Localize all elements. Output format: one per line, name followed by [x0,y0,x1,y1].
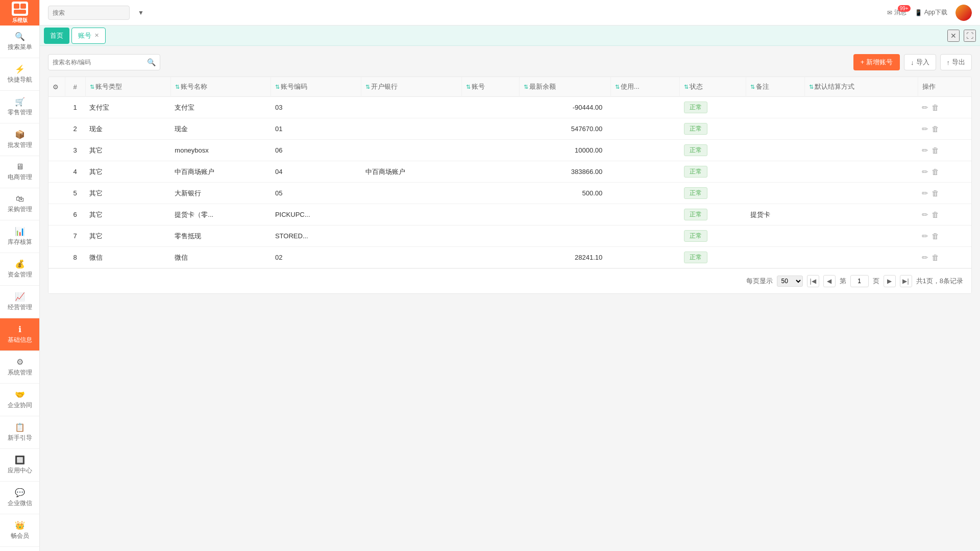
dropdown-trigger[interactable]: ▼ [138,9,144,16]
row-code: STORED... [271,226,361,247]
col-usage[interactable]: ⇅使用... [610,77,680,97]
next-page-button[interactable]: ▶ [884,275,896,287]
col-bank[interactable]: ⇅开户银行 [361,77,462,97]
sidebar-item-enterprise-wechat[interactable]: 💬 企业微信 [0,482,39,514]
toolbar-right: + 新增账号 ↓ 导入 ↑ 导出 [853,54,972,70]
delete-button[interactable]: 🗑 [932,124,939,133]
sidebar-item-inventory[interactable]: 📊 库存核算 [0,220,39,253]
row-remark [746,97,805,118]
row-num: 1 [65,97,85,118]
sidebar-item-retail-mgmt[interactable]: 🛒 零售管理 [0,91,39,123]
delete-button[interactable]: 🗑 [932,146,939,155]
tab-maximize-button[interactable]: ⛶ [964,30,976,42]
row-actions: ✏ 🗑 [918,204,971,226]
col-account[interactable]: ⇅账号 [462,77,520,97]
row-bank: 中百商场账户 [361,161,462,183]
tab-close-icon[interactable]: ✕ [94,32,99,39]
sidebar-item-enterprise-agreement[interactable]: 🤝 企业协同 [0,384,39,416]
pagination: 每页显示 50 100 200 |◀ ◀ 第 页 ▶ ▶| 共1页，8条记录 [48,268,971,293]
sidebar-item-wholesale-mgmt[interactable]: 📦 批发管理 [0,123,39,156]
tab-home[interactable]: 首页 [44,28,69,44]
row-bank [361,118,462,140]
delete-button[interactable]: 🗑 [932,210,939,219]
delete-button[interactable]: 🗑 [932,189,939,197]
delete-button[interactable]: 🗑 [932,103,939,112]
new-user-guide-icon: 📋 [2,422,37,432]
page-number-input[interactable] [850,275,869,287]
sidebar-item-basic-info[interactable]: ℹ 基础信息 [0,318,39,351]
row-num: 5 [65,183,85,204]
sidebar-item-finance-mgmt[interactable]: 💰 资金管理 [0,253,39,286]
message-icon: ✉ [887,9,892,16]
table-row: 4 其它 中百商场账户 04 中百商场账户 383866.00 正常 ✏ 🗑 [48,161,971,183]
add-account-button[interactable]: + 新增账号 [853,54,900,70]
col-num: # [65,77,85,97]
first-page-button[interactable]: |◀ [807,275,819,287]
tab-close-window-button[interactable]: ✕ [947,30,960,42]
delete-button[interactable]: 🗑 [932,167,939,176]
avatar[interactable] [955,5,972,21]
row-account [462,183,520,204]
col-gear[interactable]: ⚙ [48,77,65,97]
delete-button[interactable]: 🗑 [932,232,939,240]
edit-button[interactable]: ✏ [922,146,928,155]
message-badge: 99+ [898,5,911,12]
row-num: 8 [65,247,85,268]
prev-page-button[interactable]: ◀ [823,275,836,287]
sidebar-item-search-menu[interactable]: 🔍 搜索菜单 [0,26,39,58]
row-gear [48,161,65,183]
tab-account[interactable]: 账号 ✕ [71,28,106,44]
col-code[interactable]: ⇅账号编码 [271,77,361,97]
status-badge: 正常 [684,187,707,199]
col-default-settlement[interactable]: ⇅默认结算方式 [805,77,918,97]
table-row: 1 支付宝 支付宝 03 -90444.00 正常 ✏ 🗑 [48,97,971,118]
sidebar-item-membership[interactable]: 👑 畅会员 [0,514,39,547]
edit-button[interactable]: ✏ [922,210,928,219]
sidebar-item-quick-nav[interactable]: ⚡ 快捷导航 [0,58,39,91]
sidebar-item-purchase-mgmt[interactable]: 🛍 采购管理 [0,188,39,220]
enterprise-agreement-icon: 🤝 [2,390,37,399]
search-input[interactable] [53,59,147,66]
col-balance[interactable]: ⇅最新余额 [520,77,611,97]
delete-button[interactable]: 🗑 [932,253,939,262]
col-status[interactable]: ⇅状态 [680,77,746,97]
row-num: 4 [65,161,85,183]
import-button[interactable]: ↓ 导入 [904,54,936,70]
inventory-icon: 📊 [2,227,37,236]
status-badge: 正常 [684,166,707,178]
tab-home-label: 首页 [50,31,63,40]
top-header: ▼ ✉ 消息 99+ 📱 App下载 [40,0,980,26]
quick-nav-icon: ⚡ [2,64,37,74]
page-size-select[interactable]: 50 100 200 [777,276,803,287]
sidebar-item-ecom-mgmt[interactable]: 🖥 电商管理 [0,156,39,188]
edit-button[interactable]: ✏ [922,103,928,112]
last-page-button[interactable]: ▶| [900,275,912,287]
sidebar-item-sys-mgmt[interactable]: ⚙ 系统管理 [0,351,39,384]
message-button[interactable]: ✉ 消息 99+ [887,8,906,17]
sidebar-item-new-user-guide[interactable]: 📋 新手引导 [0,416,39,449]
row-usage [610,204,680,226]
col-remark[interactable]: ⇅备注 [746,77,805,97]
sidebar-item-app-center[interactable]: 🔲 应用中心 [0,449,39,482]
app-download-button[interactable]: 📱 App下载 [915,8,947,17]
row-type: 其它 [85,226,170,247]
sidebar: 乐橙版 🔍 搜索菜单 ⚡ 快捷导航 🛒 零售管理 📦 批发管理 🖥 电商管理 🛍… [0,0,40,551]
edit-button[interactable]: ✏ [922,189,928,198]
search-icon[interactable]: 🔍 [147,58,156,66]
row-name: 现金 [170,118,271,140]
sidebar-item-ops-mgmt[interactable]: 📈 经营管理 [0,286,39,318]
edit-button[interactable]: ✏ [922,167,928,177]
edit-button[interactable]: ✏ [922,232,928,241]
top-search-input[interactable] [48,6,130,20]
col-name[interactable]: ⇅账号名称 [170,77,271,97]
edit-button[interactable]: ✏ [922,253,928,262]
edit-button[interactable]: ✏ [922,124,928,134]
row-gear [48,204,65,226]
row-bank [361,97,462,118]
row-status: 正常 [680,226,746,247]
col-type[interactable]: ⇅账号类型 [85,77,170,97]
row-status: 正常 [680,247,746,268]
export-button[interactable]: ↑ 导出 [940,54,972,70]
row-account [462,140,520,161]
toolbar: 🔍 + 新增账号 ↓ 导入 ↑ 导出 [48,54,972,70]
